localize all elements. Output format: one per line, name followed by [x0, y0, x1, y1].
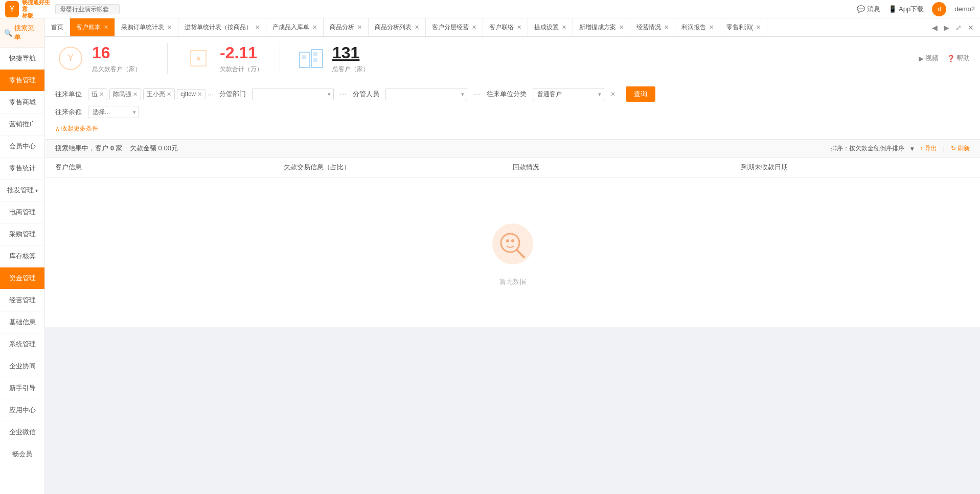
sidebar-item-enterprise-collab[interactable]: 企业协同	[0, 355, 44, 377]
filter-tag-wang: 王小亮 ✕	[143, 88, 175, 100]
results-bar: 搜索结果中，客户 0 家 欠款金额 0.00元 排序：按欠款金额倒序排序 ▾ ↑…	[45, 140, 980, 158]
top-bar: ¥ 畅捷通好生意 标版 母婴行业演示帐套 💬 消息 📱 App下载 d demo…	[0, 0, 980, 18]
video-btn[interactable]: ▶ 视频	[919, 54, 939, 63]
category-tag-close[interactable]: ✕	[610, 91, 616, 98]
tab-add-commission[interactable]: 新增提成方案 ✕	[573, 18, 630, 37]
category-select-wrap: 普通客户	[533, 88, 604, 100]
dept-filter-label: 分管部门	[219, 89, 246, 99]
tab-close-goods-stats[interactable]: ✕	[255, 24, 260, 31]
sidebar-search[interactable]: 🔍 搜索菜单	[0, 18, 44, 48]
tab-profit-report[interactable]: 利润报告 ✕	[675, 18, 720, 37]
sidebar-item-retail-stats[interactable]: 零售统计	[0, 158, 44, 179]
sidebar-item-guide[interactable]: 新手引导	[0, 377, 44, 399]
sidebar-item-finance[interactable]: 资金管理	[0, 267, 44, 289]
stat1-data: 16 总欠款客户（家）	[92, 43, 141, 73]
stat1-icon: ¥	[55, 43, 86, 74]
sort-label: 排序：按欠款金额倒序排序	[831, 144, 904, 153]
phone-icon: 📱	[888, 5, 897, 13]
sidebar-item-chang-member[interactable]: 畅会员	[0, 443, 44, 465]
tab-commission-setting[interactable]: 提成设置 ✕	[528, 18, 573, 37]
tab-close-customer-contact[interactable]: ✕	[517, 24, 521, 31]
message-icon: 💬	[857, 5, 865, 13]
tab-close-customer-tier[interactable]: ✕	[472, 24, 476, 31]
category-select[interactable]: 普通客户	[533, 88, 604, 100]
empty-text: 暂无数据	[499, 277, 526, 286]
tab-scroll-right[interactable]: ▶	[942, 23, 951, 33]
stats-help-area: ▶ 视频 ❓ 帮助	[919, 54, 970, 63]
svg-text:★: ★	[195, 54, 202, 62]
tab-close-product-inbound[interactable]: ✕	[312, 24, 317, 31]
tab-expand[interactable]: ⤢	[953, 23, 964, 33]
tab-retail-profit[interactable]: 零售利润( ✕	[720, 18, 767, 37]
tab-close-goods-analysis[interactable]: ✕	[357, 24, 362, 31]
tab-goods-analysis-list[interactable]: 商品分析列表 ✕	[369, 18, 426, 37]
message-btn[interactable]: 💬 消息	[857, 5, 880, 14]
tab-customer-tier[interactable]: 客户分层经营 ✕	[426, 18, 483, 37]
svg-point-8	[492, 223, 533, 264]
tag-close-cjttcw[interactable]: ✕	[197, 91, 202, 98]
tab-operations[interactable]: 经营情况 ✕	[630, 18, 675, 37]
stat3-block: 131 总客户（家）	[280, 43, 393, 74]
user-avatar[interactable]: d	[932, 2, 946, 16]
tab-close-operations[interactable]: ✕	[664, 24, 669, 31]
tab-close-all[interactable]: ✕	[966, 23, 976, 33]
tag-close-wu[interactable]: ✕	[99, 91, 104, 98]
sidebar-item-inventory[interactable]: 库存核算	[0, 245, 44, 267]
help-btn[interactable]: ❓ 帮助	[947, 54, 970, 63]
tab-goods-stats[interactable]: 进货单统计表（按商品） ✕	[178, 18, 266, 37]
tab-close-customer-ledger[interactable]: ✕	[104, 24, 108, 31]
sidebar-item-basic-info[interactable]: 基础信息	[0, 311, 44, 333]
demo-account-select[interactable]: 母婴行业演示帐套	[55, 4, 120, 14]
tab-close-profit-report[interactable]: ✕	[709, 24, 714, 31]
balance-select[interactable]: 选择...	[88, 106, 139, 118]
tab-bar-actions: ◀ ▶ ⤢ ✕	[926, 23, 980, 33]
filter-row-2: 往来余额 选择...	[55, 106, 970, 118]
svg-rect-7	[313, 58, 317, 62]
stat3-data: 131 总客户（家）	[332, 43, 369, 73]
tag-close-chen[interactable]: ✕	[133, 91, 138, 98]
tab-customer-contact[interactable]: 客户联络 ✕	[483, 18, 528, 37]
export-btn[interactable]: ↑ 导出	[920, 144, 937, 153]
sidebar-item-retail-mall[interactable]: 零售商城	[0, 92, 44, 114]
tab-customer-ledger[interactable]: 客户账本 ✕	[70, 18, 115, 37]
svg-point-12	[511, 239, 514, 242]
app-download-btn[interactable]: 📱 App下载	[888, 5, 924, 14]
dept-select[interactable]	[252, 88, 334, 100]
refresh-btn[interactable]: ↻ 刷新	[951, 144, 970, 153]
tab-purchase-stats[interactable]: 采购订单统计表 ✕	[115, 18, 178, 37]
tab-close-retail-profit[interactable]: ✕	[756, 24, 761, 31]
tab-scroll-left[interactable]: ◀	[930, 23, 940, 33]
col-debt-info: 欠款交易信息（占比）	[284, 163, 512, 172]
tag-close-wang[interactable]: ✕	[167, 91, 171, 98]
tab-close-purchase-stats[interactable]: ✕	[167, 24, 172, 31]
sidebar-item-ecommerce[interactable]: 电商管理	[0, 201, 44, 223]
collapse-icon: ∧	[55, 125, 60, 132]
filter-more-btn[interactable]: ···	[208, 91, 213, 98]
collapse-button[interactable]: ∧ 收起更多条件	[55, 124, 970, 133]
sidebar-item-app-center[interactable]: 应用中心	[0, 399, 44, 421]
username[interactable]: demo2	[954, 5, 975, 13]
collapse-row: ∧ 收起更多条件	[55, 122, 970, 133]
sidebar-item-quick-nav[interactable]: 快捷导航	[0, 48, 44, 70]
sidebar-item-wholesale[interactable]: 批发管理 ▾	[0, 179, 44, 201]
sidebar-item-system[interactable]: 系统管理	[0, 333, 44, 355]
tab-close-goods-analysis-list[interactable]: ✕	[415, 24, 419, 31]
tab-product-inbound[interactable]: 产成品入库单 ✕	[266, 18, 324, 37]
filter-row-1: 往来单位 伍 ✕ 陈民强 ✕ 王小亮 ✕	[55, 86, 970, 102]
person-select[interactable]	[385, 88, 467, 100]
sort-chevron[interactable]: ▾	[910, 145, 914, 152]
query-button[interactable]: 查询	[626, 86, 655, 102]
tab-close-add-commission[interactable]: ✕	[619, 24, 624, 31]
sidebar-item-enterprise-wechat[interactable]: 企业微信	[0, 421, 44, 443]
sidebar-item-member-center[interactable]: 会员中心	[0, 136, 44, 158]
stat3-value: 131	[332, 43, 369, 62]
balance-filter-label: 往来余额	[55, 107, 82, 117]
sidebar-item-retail-mgmt[interactable]: 零售管理	[0, 70, 44, 92]
table-empty: 暂无数据	[45, 177, 980, 327]
sidebar-item-purchase[interactable]: 采购管理	[0, 223, 44, 245]
sidebar-item-marketing[interactable]: 营销推广	[0, 114, 44, 136]
sidebar-item-operations[interactable]: 经营管理	[0, 289, 44, 311]
tab-goods-analysis[interactable]: 商品分析 ✕	[324, 18, 369, 37]
tab-close-commission-setting[interactable]: ✕	[562, 24, 566, 31]
tab-home[interactable]: 首页	[45, 18, 70, 37]
